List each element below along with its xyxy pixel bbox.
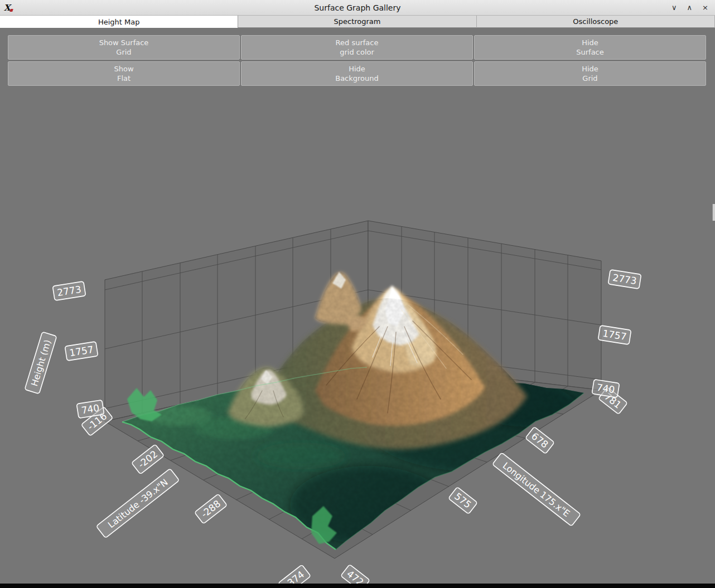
hide-grid-button[interactable]: Hide Grid (474, 61, 706, 86)
show-surface-grid-button[interactable]: Show Surface Grid (8, 35, 240, 60)
tab-height-map[interactable]: Height Map (0, 16, 238, 28)
height-tick-label: 2773 (52, 281, 85, 300)
tab-spectrogram[interactable]: Spectrogram (238, 16, 476, 28)
latitude-tick-label: -374 (278, 565, 311, 584)
tab-oscilloscope[interactable]: Oscilloscope (477, 16, 715, 28)
surface-controls-toolbar: Show Surface Grid Red surface grid color… (0, 28, 715, 87)
show-flat-button[interactable]: Show Flat (8, 61, 240, 86)
height-tick-label: 740 (592, 380, 620, 398)
svg-text:Latitude -39.x"N: Latitude -39.x"N (106, 477, 170, 531)
taskbar-strip (0, 584, 715, 588)
hide-background-button[interactable]: Hide Background (241, 61, 473, 86)
hide-surface-button[interactable]: Hide Surface (474, 35, 706, 60)
surface-grid-color-button[interactable]: Red surface grid color (241, 35, 473, 60)
window-edge-artifact (712, 204, 715, 221)
titlebar[interactable]: X Surface Graph Gallery ∨ ∧ × (0, 0, 715, 16)
longitude-tick-label: 575 (448, 487, 477, 514)
latitude-tick-label: -202 (132, 444, 165, 474)
latitude-axis-title-label: Latitude -39.x"N (96, 469, 179, 538)
svg-text:Longitude 175.x"E: Longitude 175.x"E (501, 460, 572, 519)
window-title: Surface Graph Gallery (0, 3, 715, 12)
window-icon: X (4, 3, 13, 12)
surface-3d-plot: Height (m) -116 2773 1757 740 781 2773 (0, 87, 715, 584)
window-controls: ∨ ∧ × (671, 0, 715, 16)
height-tick-label: 1757 (598, 325, 631, 344)
longitude-tick-label: 472 (341, 565, 370, 584)
maximize-button[interactable]: ∧ (687, 0, 693, 16)
surface-3d-viewport[interactable]: Height (m) -116 2773 1757 740 781 2773 (0, 87, 715, 584)
window-icon-glyph: X (4, 3, 13, 12)
height-axis-title-label: Height (m) (25, 332, 56, 393)
shade-button[interactable]: ∨ (671, 0, 677, 16)
height-tick-label: 1757 (65, 342, 98, 361)
latitude-tick-label: -288 (195, 494, 228, 524)
longitude-axis-title-label: Longitude 175.x"E (492, 453, 581, 526)
tab-bar: Height Map Spectrogram Oscilloscope (0, 16, 715, 28)
close-button[interactable]: × (702, 0, 708, 16)
height-tick-label: 2773 (608, 270, 641, 289)
